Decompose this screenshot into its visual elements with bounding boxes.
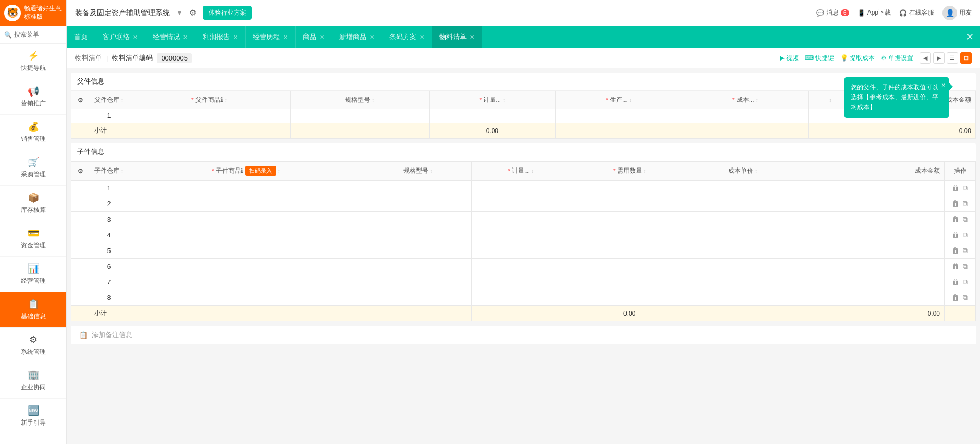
- extract-cost-action[interactable]: 💡 提取成本: [840, 54, 875, 63]
- sidebar-item-basic-info[interactable]: 📋 基础信息: [0, 292, 66, 328]
- search-menu[interactable]: 🔍 搜索菜单: [0, 26, 66, 44]
- tab-operation-status-close[interactable]: ✕: [183, 34, 188, 41]
- scan-input-btn[interactable]: 扫码录入: [245, 166, 276, 176]
- online-service-btn[interactable]: 🎧 在线客服: [899, 8, 934, 17]
- shortcut-action[interactable]: ⌨ 快捷键: [805, 54, 834, 63]
- sidebar-nav: ⚡ 快捷导航 📢 营销推广 💰 销售管理 🛒 采购管理 📦 库存核算 💳 资金管…: [0, 44, 66, 444]
- child-th-settings[interactable]: ⚙: [71, 162, 90, 181]
- child-th-product: * 子件商品ℹ 扫码录入 ↕: [128, 162, 364, 181]
- basic-info-icon: 📋: [28, 298, 39, 310]
- parent-row-unit[interactable]: [429, 109, 556, 123]
- delete-row4-btn[interactable]: 🗑: [952, 231, 959, 239]
- parent-table: ⚙ 父件仓库 ↕ * 父件商品ℹ ↕ 规格型号 ↕ * 计量... ↕ * 生产…: [71, 91, 976, 139]
- video-action[interactable]: ▶ 视频: [780, 54, 799, 63]
- tab-operation-status-label: 经营情况: [153, 32, 180, 42]
- delete-row8-btn[interactable]: 🗑: [952, 293, 959, 302]
- marketing-icon: 📢: [28, 86, 39, 97]
- copy-row2-btn[interactable]: ⧉: [963, 199, 968, 208]
- tab-profit-report[interactable]: 利润报告 ✕: [195, 26, 246, 48]
- tab-home[interactable]: 首页: [67, 26, 95, 48]
- parent-th-settings[interactable]: ⚙: [71, 91, 90, 109]
- child-row1-cost-amount: [797, 181, 944, 196]
- copy-row8-btn[interactable]: ⧉: [963, 293, 968, 302]
- logo-text1: 畅通诸好生意: [24, 5, 62, 13]
- app-download-btn[interactable]: 📱 App下载: [858, 8, 891, 17]
- tab-customer-close[interactable]: ✕: [133, 34, 138, 41]
- parent-row-product[interactable]: [128, 109, 291, 123]
- tooltip-close-btn[interactable]: ×: [941, 79, 946, 91]
- tab-product-close[interactable]: ✕: [320, 34, 324, 41]
- parent-row-cost[interactable]: [682, 109, 808, 123]
- delete-row2-btn[interactable]: 🗑: [952, 199, 959, 208]
- single-settings-action[interactable]: ⚙ 单据设置: [881, 54, 913, 63]
- cost-tooltip: × 您的父件、子件的成本取值可以选择【参考成本、最新进价、平均成本】: [844, 77, 949, 118]
- tab-new-product[interactable]: 新增商品 ✕: [332, 26, 382, 48]
- sidebar-item-inventory[interactable]: 📦 库存核算: [0, 186, 66, 221]
- delete-row6-btn[interactable]: 🗑: [952, 262, 959, 270]
- nav-prev[interactable]: ◀: [920, 52, 931, 64]
- nav-menu[interactable]: ☰: [947, 52, 958, 64]
- child-row1-unit-cost[interactable]: [689, 181, 797, 196]
- sidebar-item-purchase[interactable]: 🛒 采购管理: [0, 150, 66, 186]
- user-btn[interactable]: 👤 用友: [942, 6, 972, 20]
- parent-th-spec: 规格型号 ↕: [290, 91, 429, 109]
- sidebar-item-system[interactable]: ⚙ 系统管理: [0, 328, 66, 363]
- child-row1-qty[interactable]: [570, 181, 689, 196]
- tab-customer[interactable]: 客户联络 ✕: [95, 26, 145, 48]
- extract-label: 提取成本: [850, 54, 875, 63]
- delete-row3-btn[interactable]: 🗑: [952, 215, 959, 223]
- close-all-tabs[interactable]: ✕: [960, 31, 980, 43]
- settings-icon[interactable]: ⚙: [189, 8, 197, 18]
- tab-new-product-close[interactable]: ✕: [370, 34, 374, 41]
- main-wrapper: 装备及固定资产辅助管理系统 ▼ ⚙ 体验行业方案 💬 消息 6 📱 App下载 …: [67, 0, 980, 444]
- copy-row4-btn[interactable]: ⧉: [963, 231, 968, 239]
- copy-row3-btn[interactable]: ⧉: [963, 215, 968, 223]
- child-row1-spec[interactable]: [364, 181, 472, 196]
- delete-row1-btn[interactable]: 🗑: [952, 184, 959, 192]
- sidebar-item-marketing[interactable]: 📢 营销推广: [0, 79, 66, 115]
- parent-row-production[interactable]: [556, 109, 682, 123]
- sidebar-item-operation[interactable]: 📊 经营管理: [0, 257, 66, 292]
- parent-th-warehouse: 父件仓库 ↕: [90, 91, 128, 109]
- nav-grid[interactable]: ⊞: [960, 52, 972, 64]
- delete-row7-btn[interactable]: 🗑: [952, 278, 959, 286]
- tab-new-product-label: 新增商品: [339, 32, 366, 42]
- search-label: 搜索菜单: [14, 30, 39, 39]
- tab-barcode-plan-close[interactable]: ✕: [420, 34, 424, 41]
- tab-operation-status[interactable]: 经营情况 ✕: [145, 26, 195, 48]
- sidebar-item-sales[interactable]: 💰 销售管理: [0, 115, 66, 150]
- tab-bom-list-close[interactable]: ✕: [470, 34, 474, 41]
- sidebar-item-enterprise[interactable]: 🏢 企业协同: [0, 363, 66, 399]
- child-row1-product[interactable]: [128, 181, 364, 196]
- sidebar-item-quick-nav[interactable]: ⚡ 快捷导航: [0, 44, 66, 79]
- tab-product-label: 商品: [303, 32, 316, 42]
- parent-th-production: * 生产... ↕: [556, 91, 682, 109]
- tab-bom-list[interactable]: 物料清单 ✕: [432, 26, 482, 48]
- delete-row5-btn[interactable]: 🗑: [952, 246, 959, 255]
- trial-btn[interactable]: 体验行业方案: [203, 6, 252, 20]
- tab-operation-history-close[interactable]: ✕: [283, 34, 288, 41]
- copy-row7-btn[interactable]: ⧉: [963, 278, 968, 286]
- sales-icon: 💰: [28, 121, 39, 133]
- tab-barcode-plan[interactable]: 条码方案 ✕: [382, 26, 432, 48]
- copy-row6-btn[interactable]: ⧉: [963, 262, 968, 270]
- copy-row5-btn[interactable]: ⧉: [963, 246, 968, 255]
- tab-product[interactable]: 商品 ✕: [296, 26, 332, 48]
- tab-operation-history[interactable]: 经营历程 ✕: [246, 26, 296, 48]
- copy-row1-btn[interactable]: ⧉: [963, 184, 968, 192]
- sidebar-item-guide[interactable]: 🆕 新手引导: [0, 399, 66, 434]
- breadcrumb-parent: 物料清单: [75, 53, 102, 63]
- inventory-icon: 📦: [28, 192, 39, 203]
- nav-next[interactable]: ▶: [933, 52, 945, 64]
- remarks-hint[interactable]: 添加备注信息: [92, 330, 132, 340]
- app-icon: 📱: [858, 9, 865, 17]
- child-row1-unit[interactable]: [472, 181, 570, 196]
- tab-profit-report-close[interactable]: ✕: [233, 34, 238, 41]
- parent-table-wrapper: ⚙ 父件仓库 ↕ * 父件商品ℹ ↕ 规格型号 ↕ * 计量... ↕ * 生产…: [71, 91, 976, 139]
- bom-code: 0000005: [157, 53, 192, 63]
- sidebar-item-finance[interactable]: 💳 资金管理: [0, 221, 66, 257]
- purchase-icon: 🛒: [28, 157, 39, 168]
- dropdown-arrow[interactable]: ▼: [176, 9, 183, 17]
- parent-row-spec[interactable]: [290, 109, 429, 123]
- message-btn[interactable]: 💬 消息 6: [816, 8, 849, 17]
